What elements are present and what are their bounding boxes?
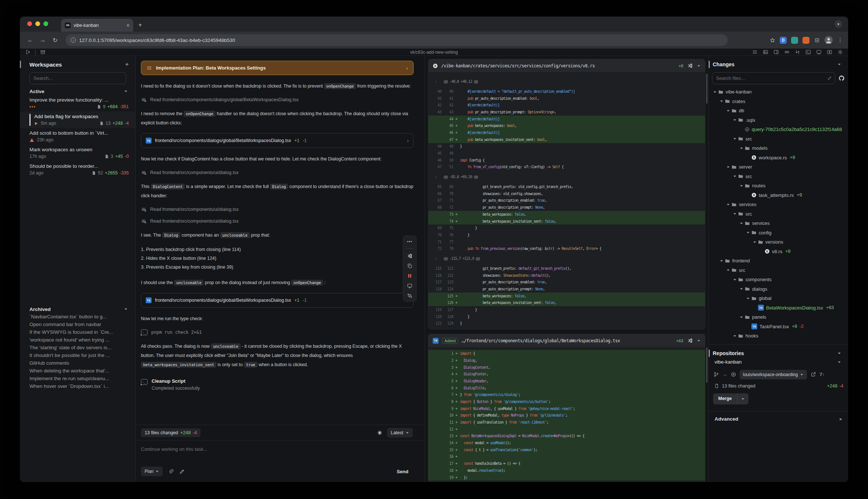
workspace-item[interactable]: Should be possible to reorder... 2d ago5… — [20, 161, 135, 178]
tree-folder[interactable]: components — [709, 275, 848, 284]
implementation-plan-banner[interactable]: Implementation Plan: Beta Workspaces Set… — [141, 61, 414, 75]
tree-file[interactable]: Rtask_attempts.rs+9 — [709, 191, 848, 200]
archived-workspace-item[interactable]: 'workspace not found' when trying ... — [20, 336, 135, 344]
bookmark-star-icon[interactable] — [769, 37, 775, 43]
columns-icon[interactable] — [826, 49, 832, 55]
edit-icon[interactable] — [179, 468, 185, 474]
message-input-area[interactable]: Continue working on this task... Plan Se… — [136, 440, 425, 482]
display-icon[interactable] — [407, 283, 413, 289]
mode-dropdown[interactable]: Plan — [141, 467, 163, 476]
archived-workspace-item[interactable]: Implement the re-run setup/cleanu... — [20, 375, 135, 382]
panel-icon[interactable] — [773, 49, 779, 55]
kebab-menu-icon[interactable]: ⋮ — [837, 37, 843, 43]
workspace-item[interactable]: Add beta flag for workspaces 5m ago13+24… — [20, 112, 135, 128]
read-file-row[interactable]: Read frontend/src/components/ui/dialog.t… — [141, 170, 414, 176]
file-change-card[interactable]: TSfrontend/src/components/dialogs/global… — [141, 293, 414, 308]
profile-avatar[interactable] — [824, 36, 833, 45]
tree-folder[interactable]: src — [709, 266, 848, 275]
archived-workspace-item[interactable]: Open command bar from navbar — [20, 321, 135, 328]
terminal-icon[interactable] — [805, 49, 811, 55]
terminal-row[interactable]: ›_pnpm run check 2>&1 — [141, 329, 414, 335]
chevron-down-icon[interactable] — [697, 63, 701, 69]
collapse-icon[interactable] — [826, 75, 832, 81]
read-file-row[interactable]: Read frontend/src/components/ui/dialog.t… — [141, 206, 414, 212]
open-in-vscode-icon[interactable] — [687, 338, 693, 343]
tree-folder[interactable]: vibe-kanban — [709, 87, 848, 97]
active-section-header[interactable]: Active — [20, 88, 135, 95]
puzzle-icon[interactable] — [814, 37, 820, 43]
tree-folder[interactable]: services — [709, 200, 848, 209]
tab-close-icon[interactable]: × — [127, 22, 130, 28]
external-link-icon[interactable] — [810, 372, 816, 378]
site-info-icon[interactable]: i — [71, 38, 76, 43]
vscode-icon[interactable] — [407, 253, 413, 259]
cleanup-script-block[interactable]: ›_Cleanup ScriptCompleted successfully — [141, 378, 414, 391]
tree-file[interactable]: query-70b21c5c0a2ba5c21c9c1132f14a68 — [709, 125, 848, 134]
expand-hunk-icon[interactable]: ↑ — [428, 80, 444, 84]
back-icon[interactable]: ← — [25, 37, 35, 43]
spark-icon[interactable] — [377, 430, 383, 436]
archived-workspace-item[interactable]: If the WYSIWYG is focussed in `Cre... — [20, 328, 135, 336]
workspace-search-input[interactable] — [29, 72, 126, 84]
more-horizontal-icon[interactable]: ••• — [407, 238, 413, 244]
merge-button[interactable]: Merge — [713, 393, 737, 404]
new-tab-button[interactable]: + — [138, 21, 142, 29]
latest-dropdown[interactable]: Latest — [387, 428, 413, 438]
archived-workspace-item[interactable]: When hover over `Dropdown.tsx` i... — [20, 382, 135, 390]
archived-workspace-item[interactable]: GitHub comments — [20, 359, 135, 367]
ext-orange-badge[interactable] — [803, 37, 809, 44]
workspace-item[interactable]: Improve the preview functionality: ... •… — [20, 95, 135, 112]
workspace-item[interactable]: Add scroll to bottom button in `Virt... … — [20, 128, 135, 145]
archived-workspace-item[interactable]: When deleting the workspace that'... — [20, 367, 135, 375]
tree-folder[interactable]: .sqlx — [709, 116, 848, 125]
advanced-row[interactable]: Advanced ▸ — [709, 411, 848, 421]
tree-folder[interactable]: config — [709, 228, 848, 238]
open-in-vscode-icon[interactable] — [687, 63, 693, 68]
expand-hunk-icon[interactable]: ↕ — [428, 175, 444, 179]
github-icon[interactable] — [839, 75, 844, 81]
gear-icon[interactable] — [837, 49, 843, 55]
tree-file[interactable]: TSTaskPanel.tsx+8-2 — [709, 322, 848, 332]
tree-folder[interactable]: hooks — [709, 331, 848, 341]
tree-file[interactable]: Rv8.rs+8 — [709, 247, 848, 256]
ext-teal-badge[interactable] — [791, 37, 798, 44]
tree-folder[interactable]: panels — [709, 312, 848, 322]
message-input[interactable]: Continue working on this task... — [141, 446, 413, 452]
tree-folder[interactable]: src — [709, 172, 848, 181]
image-icon[interactable] — [762, 49, 768, 55]
copy-icon[interactable] — [407, 263, 413, 269]
tree-file[interactable]: TSBetaWorkspacesDialog.tsx+63 — [709, 303, 848, 313]
chevron-down-icon[interactable] — [697, 338, 701, 344]
tree-file[interactable]: Rworkspace.rs+8 — [709, 153, 848, 163]
ext-d-badge[interactable]: D — [780, 37, 787, 44]
add-workspace-button[interactable]: + — [125, 61, 129, 68]
file-change-card[interactable]: TSfrontend/src/components/dialogs/global… — [141, 133, 414, 148]
minimize-window-button[interactable] — [35, 21, 40, 26]
git-compare-icon[interactable] — [407, 293, 413, 298]
tree-folder[interactable]: server — [709, 162, 848, 172]
expand-hunk-icon[interactable]: ↕ — [428, 257, 444, 261]
merge-options-button[interactable] — [737, 393, 748, 404]
rows-icon[interactable] — [752, 49, 758, 55]
file-diff-header[interactable]: R /vibe-kanban/crates/services/src/servi… — [428, 59, 705, 72]
reload-icon[interactable]: ↻ — [50, 37, 60, 44]
tree-folder[interactable]: dialogs — [709, 284, 848, 294]
archived-workspace-item[interactable]: It shouldn't be possible for just the ..… — [20, 351, 135, 359]
tree-folder[interactable]: frontend — [709, 256, 848, 266]
tree-folder[interactable]: routes — [709, 181, 848, 191]
workspace-item[interactable]: Mark workspaces as unseen 17h ago3+45-0 — [20, 145, 135, 161]
copilot-icon[interactable] — [784, 49, 790, 55]
file-search-input[interactable] — [712, 72, 835, 84]
files-changed-badge[interactable]: 13 files changed +248 -4 — [141, 428, 201, 437]
browser-tab[interactable]: VK vibe-kanban × — [61, 19, 133, 32]
archived-workspace-item[interactable]: The 'starting' state of dev servers is..… — [20, 344, 135, 351]
address-bar[interactable]: i 127.0.0.1:57095/workspaces/c63c9fd6-df… — [65, 34, 728, 46]
scrollbar-thumb[interactable] — [706, 74, 708, 104]
archived-workspace-item[interactable]: `NavbarContainer.tsx` button to g... — [20, 313, 135, 321]
scrollbar-thumb[interactable] — [706, 347, 708, 383]
read-file-row[interactable]: Read frontend/src/components/dialogs/glo… — [141, 97, 414, 103]
archived-section-header[interactable]: Archived — [20, 305, 135, 313]
file-diff-header[interactable]: TS Added …/frontend/src/components/dialo… — [428, 334, 705, 347]
send-button[interactable]: Send — [392, 467, 413, 476]
target-icon[interactable] — [730, 372, 736, 378]
